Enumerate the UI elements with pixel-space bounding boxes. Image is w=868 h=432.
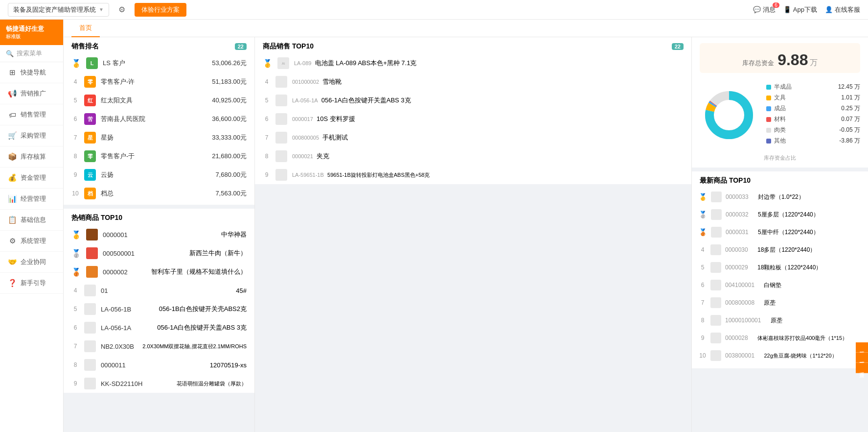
float-service: 客服热线 服务社区 直播 xyxy=(856,342,868,373)
latest-rank-9: 9 xyxy=(699,335,707,341)
list-item[interactable]: 8 0000021 夹克 xyxy=(255,147,691,166)
list-item[interactable]: 🥇 0000001 中华神器 xyxy=(64,225,254,244)
prod-img-4 xyxy=(275,113,287,125)
latest-rank-6: 6 xyxy=(699,282,707,288)
list-item[interactable]: 7 000800005 手机测试 xyxy=(255,128,691,147)
legend-name-0: 半成品 xyxy=(774,83,835,91)
sidebar-item-system[interactable]: ⚙ 系统管理 xyxy=(0,231,63,252)
tab-home[interactable]: 首页 xyxy=(71,20,100,37)
latest-rank-8: 8 xyxy=(699,317,707,324)
list-item[interactable]: 5 LA-056-1A 056-1A白色按键开关盖ABS 3克 xyxy=(255,91,691,110)
list-item[interactable]: 🥇 Ai LA-089 电池盖 LA-089 ABS本色+黑种 7.1克 xyxy=(255,54,691,72)
list-item[interactable]: 🥇 L LS 客户 53,006.26元 xyxy=(64,54,254,72)
sidebar-item-company[interactable]: 🤝 企业协同 xyxy=(0,252,63,273)
latest-name-1: 封边带（1.0*22） xyxy=(758,193,804,201)
prod-img-6 xyxy=(275,150,287,162)
legend-item-0: 半成品 12.45 万 xyxy=(766,83,860,91)
list-item[interactable]: 4 零 零售客户-许 51,183.00元 xyxy=(64,72,254,91)
latest-item[interactable]: 9 0000028 体彬嘉枝味苏打饮品400毫升（1*15） xyxy=(692,329,868,347)
prod-rank-7: 9 xyxy=(263,171,271,178)
list-item[interactable]: 9 LA-59651-1B 59651-1B旋转投影灯电池盒ABS黑色+58克 xyxy=(255,166,691,184)
latest-item[interactable]: 10 003800001 22g鱼豆腐-烧烤味（1*12*20） xyxy=(692,347,868,364)
list-item[interactable]: 6 0000017 10S 变料罗援 xyxy=(255,110,691,128)
latest-img-8 xyxy=(710,315,721,326)
main-layout: 畅捷通好生意 标准版 🔍 搜索菜单 ⊞ 快捷导航 📢 营销推广 🏷 销售管理 🛒… xyxy=(0,20,868,432)
latest-item[interactable]: 🥉 0000031 5厘中纤（1220*2440） xyxy=(692,223,868,241)
sidebar-item-finance[interactable]: 💰 资金管理 xyxy=(0,168,63,189)
hot-product-name-2: 新西兰牛肉（新牛） xyxy=(189,249,247,258)
rank-num-3: 5 xyxy=(71,97,79,104)
trial-button[interactable]: 体验行业方案 xyxy=(135,3,186,17)
svg-point-5 xyxy=(717,103,741,127)
legend-val-3: 0.07 万 xyxy=(841,115,860,123)
hot-product-name-4: 45# xyxy=(236,287,247,294)
latest-img-7 xyxy=(710,297,721,308)
latest-name-9: 体彬嘉枝味苏打饮品400毫升（1*15） xyxy=(757,335,847,342)
latest-item[interactable]: 4 0000030 18多层（1220*2440） xyxy=(692,241,868,259)
sidebar-item-quick-nav[interactable]: ⊞ 快捷导航 xyxy=(0,62,63,83)
list-item[interactable]: 10 档 档总 7,563.00元 xyxy=(64,184,254,203)
chevron-down-icon: ▼ xyxy=(99,7,104,12)
sidebar-item-inventory[interactable]: 📦 库存核算 xyxy=(0,146,63,168)
list-item[interactable]: 8 0000011 12070519-xs xyxy=(64,356,254,374)
hot-rank-5: 5 xyxy=(71,306,79,312)
sidebar-item-basics[interactable]: 📋 基础信息 xyxy=(0,210,63,231)
list-item[interactable]: 9 云 云扬 7,680.00元 xyxy=(64,166,254,184)
list-item[interactable]: 6 LA-056-1A 056-1A白色按键开关盖ABS 3克 xyxy=(64,318,254,337)
inventory-section: 库存总资金 9.88 万 xyxy=(692,37,868,168)
latest-products-section: 最新商品 TOP10 🥇 0000033 封边带（1.0*22） 🥈 00000… xyxy=(692,171,868,368)
online-service-item[interactable]: 👤 在线客服 xyxy=(825,5,860,14)
system-selector[interactable]: 装备及固定资产辅助管理系统 ▼ xyxy=(8,3,109,17)
legend-dot-1 xyxy=(766,96,771,100)
content-area: 首页 销售排名 22 🥇 L LS 客户 53,006.26元 xyxy=(64,20,868,432)
legend-val-4: -0.05 万 xyxy=(839,126,860,134)
dashboard: 销售排名 22 🥇 L LS 客户 53,006.26元 4 零 零售客 xyxy=(64,37,868,432)
float-service-live[interactable]: 直播 xyxy=(856,363,868,373)
avatar-2: 零 xyxy=(84,76,96,88)
prod-rank-3: 5 xyxy=(263,97,271,104)
sidebar-item-purchase[interactable]: 🛒 采购管理 xyxy=(0,125,63,146)
list-item[interactable]: 🥈 000500001 新西兰牛肉（新牛） xyxy=(64,244,254,263)
tabs-bar: 首页 xyxy=(64,20,868,37)
list-item[interactable]: 6 苦 苦南县人民医院 36,600.00元 xyxy=(64,110,254,128)
latest-item[interactable]: 🥈 0000032 5厘多层（1220*2440） xyxy=(692,206,868,223)
list-item[interactable]: 9 KK-SD22110H 花语萌恒温分雕罐袋（厚款） xyxy=(64,374,254,393)
marketing-icon: 📢 xyxy=(8,89,17,98)
latest-item[interactable]: 5 0000029 18颗粒板（1220*2440） xyxy=(692,259,868,276)
float-service-community[interactable]: 服务社区 xyxy=(856,353,868,363)
legend-val-5: -3.86 万 xyxy=(839,137,860,145)
latest-item[interactable]: 8 10000100001 原垄 xyxy=(692,312,868,329)
sidebar-label-operations: 经营管理 xyxy=(21,194,46,203)
settings-icon[interactable]: ⚙ xyxy=(115,3,129,17)
list-item[interactable]: 5 LA-056-1B 056-1B白色按键开关壳ABS2克 xyxy=(64,300,254,318)
app-download-label: App下载 xyxy=(793,5,817,14)
list-item[interactable]: 7 NB2.0X30B 2.0X30MM双摆花轴,摆花直径2.1MM/ROHS xyxy=(64,337,254,356)
customer-amount-7: 7,680.00元 xyxy=(215,170,247,179)
notification-item[interactable]: 💬 消息 6 xyxy=(753,5,776,14)
list-item[interactable]: 7 星 星扬 33,333.00元 xyxy=(64,128,254,147)
sidebar-item-operations[interactable]: 📊 经营管理 xyxy=(0,189,63,210)
latest-item[interactable]: 7 000800008 原垄 xyxy=(692,294,868,312)
product-img-3 xyxy=(86,266,98,278)
float-service-hotline[interactable]: 客服热线 xyxy=(856,342,868,353)
list-item[interactable]: 8 零 零售客户-于 21,680.00元 xyxy=(64,147,254,166)
list-item[interactable]: 4 001000002 雪地靴 xyxy=(255,72,691,91)
list-item[interactable]: 🥉 0000002 智利车子里（规格不知道填什么） xyxy=(64,263,254,281)
sidebar-item-marketing[interactable]: 📢 营销推广 xyxy=(0,83,63,104)
list-item[interactable]: 5 红 红太阳文具 40,925.00元 xyxy=(64,91,254,110)
latest-products-title: 最新商品 TOP10 xyxy=(700,176,751,185)
hot-product-code-6: LA-056-1A xyxy=(101,324,152,332)
sidebar-item-sales[interactable]: 🏷 销售管理 xyxy=(0,104,63,125)
latest-item[interactable]: 6 004100001 白钢垫 xyxy=(692,276,868,294)
latest-name-4: 18多层（1220*2440） xyxy=(757,246,816,254)
app-download-item[interactable]: 📱 App下载 xyxy=(783,5,817,14)
prod-info-4: 0000017 10S 变料罗援 xyxy=(292,115,684,123)
chart-area: 半成品 12.45 万 文具 1.01 万 成品 0 xyxy=(700,79,860,151)
latest-item[interactable]: 🥇 0000033 封边带（1.0*22） xyxy=(692,188,868,206)
search-menu[interactable]: 🔍 搜索菜单 xyxy=(0,45,63,62)
product-img-1 xyxy=(86,229,98,240)
hot-rank-8: 8 xyxy=(71,361,79,368)
list-item[interactable]: 4 01 45# xyxy=(64,281,254,300)
prod-info-6: 0000021 夹克 xyxy=(292,152,684,161)
sidebar-item-guide[interactable]: ❓ 新手引导 xyxy=(0,273,63,294)
